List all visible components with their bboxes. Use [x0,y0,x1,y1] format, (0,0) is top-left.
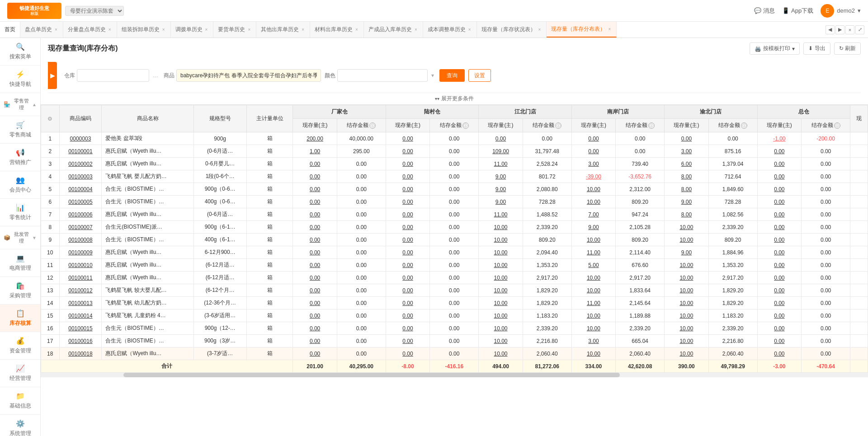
print-button[interactable]: 🖨️ 按模板打印 ▾ [750,42,800,55]
cell-total-qty[interactable]: 0.00 [757,234,801,246]
sidebar-item-search[interactable]: 🔍 搜索英单 [0,38,40,66]
sidebar-item-basic[interactable]: 📁 基础信息 [0,387,40,415]
cell-factory-qty[interactable]: 0.00 [293,284,337,297]
cell-jiangbei-qty[interactable]: 10.00 [479,259,523,272]
cell-yubei-qty[interactable]: 10.00 [665,272,708,284]
cell-lucun-qty[interactable]: 0.00 [386,272,429,284]
cell-code[interactable]: 0000003 [59,132,102,145]
cell-lucun-qty[interactable]: 0.00 [386,158,429,170]
horizontal-scrollbar[interactable] [41,373,868,377]
cell-total-qty[interactable]: 0.00 [757,196,801,208]
tab-close-cost-adjust[interactable]: × [467,27,472,33]
cell-jiangbei-qty[interactable]: 11.00 [479,158,523,170]
tab-close-stocktake[interactable]: × [54,27,58,33]
cell-factory-qty[interactable]: 0.00 [293,158,337,170]
cell-nanan-qty[interactable]: 3.00 [571,158,615,170]
cell-yubei-qty[interactable]: 10.00 [665,309,708,322]
cell-jiangbei-qty[interactable]: 10.00 [479,284,523,297]
cell-lucun-qty[interactable]: 0.00 [386,221,429,234]
cell-nanan-qty[interactable]: -39.00 [571,170,615,183]
cell-factory-qty[interactable]: 0.00 [293,309,337,322]
cell-nanan-qty[interactable]: 0.00 [571,132,615,145]
cell-nanan-qty[interactable]: 11.00 [571,297,615,309]
tab-product-in[interactable]: 产成品入库单历史 × [364,22,423,38]
cell-nanan-qty[interactable]: 10.00 [571,272,615,284]
cell-lucun-qty[interactable]: 0.00 [386,297,429,309]
sidebar-item-inventory[interactable]: 📋 库存核算 [0,305,40,332]
cell-code[interactable]: 00100009 [59,246,102,259]
tab-close-all-button[interactable]: × [845,25,854,34]
cell-total-qty[interactable]: 0.00 [757,259,801,272]
cell-lucun-qty[interactable]: 0.00 [386,335,429,347]
cell-jiangbei-qty[interactable]: 10.00 [479,246,523,259]
tab-material-out[interactable]: 材料出库单历史 × [310,22,364,38]
yubei-amt-info[interactable]: ⓘ [741,122,747,129]
industry-selector[interactable]: 母婴行业演示陈套 [65,6,124,16]
cell-factory-qty[interactable]: 0.00 [293,347,337,360]
cell-jiangbei-qty[interactable]: 10.00 [479,335,523,347]
cell-yubei-qty[interactable]: 0.00 [665,132,708,145]
tab-next-button[interactable]: ▶ [835,25,844,34]
cell-nanan-qty[interactable]: 3.00 [571,335,615,347]
cell-yubei-qty[interactable]: 10.00 [665,322,708,335]
cell-lucun-qty[interactable]: 0.00 [386,145,429,158]
cell-code[interactable]: 00100008 [59,234,102,246]
cell-factory-qty[interactable]: 0.00 [293,183,337,196]
nanan-amt-info[interactable]: ⓘ [648,122,655,129]
cell-total-qty[interactable]: 0.00 [757,246,801,259]
tab-close-stock-status[interactable]: × [538,27,542,33]
cell-factory-qty[interactable]: 200.00 [293,132,337,145]
cell-yubei-qty[interactable]: 8.00 [665,183,708,196]
sidebar-item-wholesale[interactable]: 📦 批发管理 ▼ [0,226,40,249]
sidebar-item-purchase[interactable]: 🛍️ 采购管理 [0,277,40,305]
cell-nanan-qty[interactable]: 10.00 [571,347,615,360]
tab-request[interactable]: 要货单历史 × [213,22,256,38]
cell-yubei-qty[interactable]: 9.00 [665,246,708,259]
tab-transfer[interactable]: 调拨单历史 × [171,22,214,38]
cell-factory-qty[interactable]: 0.00 [293,259,337,272]
cell-lucun-qty[interactable]: 0.00 [386,234,429,246]
cell-total-qty[interactable]: 0.00 [757,208,801,221]
cell-factory-qty[interactable]: 0.00 [293,297,337,309]
cell-code[interactable]: 00100016 [59,335,102,347]
cell-code[interactable]: 00100014 [59,309,102,322]
sidebar-item-operation[interactable]: 📈 经营管理 [0,360,40,387]
cell-jiangbei-qty[interactable]: 10.00 [479,297,523,309]
sidebar-item-quick-nav[interactable]: ⚡ 快捷导航 [0,66,40,93]
cell-code[interactable]: 00100003 [59,170,102,183]
cell-jiangbei-qty[interactable]: 11.00 [479,208,523,221]
cell-code[interactable]: 00100010 [59,259,102,272]
tab-assemble[interactable]: 组装拆卸单历史 × [117,22,171,38]
sidebar-item-ecommerce[interactable]: 💻 电商管理 [0,249,40,277]
cell-yubei-qty[interactable]: 6.00 [665,158,708,170]
cell-total-qty[interactable]: 0.00 [757,170,801,183]
settings-button[interactable]: 设置 [468,69,491,82]
cell-total-qty[interactable]: 0.00 [757,158,801,170]
cell-nanan-qty[interactable]: 10.00 [571,183,615,196]
cell-code[interactable]: 00100006 [59,208,102,221]
table-container[interactable]: ⚙ 商品编码 商品名称 规格型号 主计量单位 厂家仓 陆村仓 江北门店 南岸门店… [41,105,868,436]
cell-factory-qty[interactable]: 0.00 [293,208,337,221]
cell-factory-qty[interactable]: 0.00 [293,335,337,347]
factory-amt-info[interactable]: ⓘ [369,122,376,129]
tab-expand-button[interactable]: ⤢ [855,25,864,34]
cell-code[interactable]: 00100001 [59,145,102,158]
cell-code[interactable]: 00100012 [59,284,102,297]
cell-lucun-qty[interactable]: 0.00 [386,309,429,322]
user-area[interactable]: E demo2 ▾ [821,4,861,18]
tab-prev-button[interactable]: ◀ [826,25,835,34]
cell-yubei-qty[interactable]: 10.00 [665,221,708,234]
cell-total-qty[interactable]: -1.00 [757,132,801,145]
cell-lucun-qty[interactable]: 0.00 [386,132,429,145]
jiangbei-amt-info[interactable]: ⓘ [555,122,561,129]
cell-yubei-qty[interactable]: 10.00 [665,297,708,309]
tab-close-transfer[interactable]: × [204,27,209,33]
cell-jiangbei-qty[interactable]: 10.00 [479,322,523,335]
cell-jiangbei-qty[interactable]: 9.00 [479,196,523,208]
cell-lucun-qty[interactable]: 0.00 [386,196,429,208]
cell-nanan-qty[interactable]: 10.00 [571,284,615,297]
tab-close-product-in[interactable]: × [414,27,418,33]
tab-stocktake2[interactable]: 分量盘点单历史 × [63,22,117,38]
cell-lucun-qty[interactable]: 0.00 [386,170,429,183]
cell-total-qty[interactable]: 0.00 [757,309,801,322]
